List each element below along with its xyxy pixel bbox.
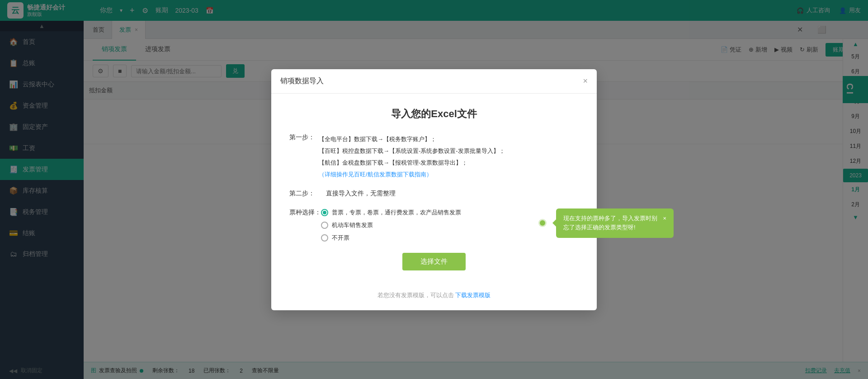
tooltip-close-icon[interactable]: × bbox=[663, 214, 666, 223]
step2-row: 第二步： 直接导入文件，无需整理 bbox=[289, 190, 579, 198]
modal-title: 销项数据导入 bbox=[280, 76, 324, 86]
tooltip-bubble: × 现在支持的票种多了，导入发票时别忘了选择正确的发票类型呀! bbox=[556, 208, 674, 238]
radio-motor-circle bbox=[321, 222, 328, 229]
modal-heading: 导入您的Excel文件 bbox=[289, 107, 579, 121]
select-file-button[interactable]: 选择文件 bbox=[402, 253, 466, 270]
ticket-selection: 票种选择： 普票，专票，卷票，通行费发票，农产品销售发票 机动车销售发票 bbox=[289, 208, 579, 242]
radio-no-invoice[interactable]: 不开票 bbox=[321, 234, 461, 242]
step1-link[interactable]: （详细操作见百旺/航信发票数据下载指南） bbox=[319, 169, 505, 180]
radio-motor[interactable]: 机动车销售发票 bbox=[321, 221, 461, 229]
ticket-label: 票种选择： bbox=[289, 208, 321, 217]
step2-label: 第二步： bbox=[289, 190, 319, 198]
step1-label: 第一步： bbox=[289, 133, 319, 142]
modal-overlay: 销项数据导入 × 导入您的Excel文件 第一步： 【全电平台】数据下载→【税务… bbox=[0, 0, 868, 379]
step1-line-3: 【航信】金税盘数据下载→【报税管理-发票数据导出】； bbox=[319, 157, 505, 169]
radio-group: 普票，专票，卷票，通行费发票，农产品销售发票 机动车销售发票 不开票 × bbox=[321, 208, 461, 242]
step1-line-1: 【全电平台】数据下载→【税务数字账户】； bbox=[319, 133, 505, 145]
step1-content: 【全电平台】数据下载→【税务数字账户】； 【百旺】税控盘数据下载→【系统设置-系… bbox=[319, 133, 505, 180]
download-template-link[interactable]: 下载发票模版 bbox=[455, 292, 491, 298]
step1-line-2: 【百旺】税控盘数据下载→【系统设置-系统参数设置-发票批量导入】； bbox=[319, 145, 505, 157]
ticket-row: 票种选择： 普票，专票，卷票，通行费发票，农产品销售发票 机动车销售发票 bbox=[289, 208, 579, 242]
modal-close-button[interactable]: × bbox=[583, 76, 588, 86]
modal-header: 销项数据导入 × bbox=[271, 69, 597, 94]
radio-normal[interactable]: 普票，专票，卷票，通行费发票，农产品销售发票 bbox=[321, 208, 461, 217]
modal-footer: 若您没有发票模版，可以点击 下载发票模版 bbox=[271, 284, 597, 310]
modal-body: 导入您的Excel文件 第一步： 【全电平台】数据下载→【税务数字账户】； 【百… bbox=[271, 94, 597, 284]
import-modal: 销项数据导入 × 导入您的Excel文件 第一步： 【全电平台】数据下载→【税务… bbox=[271, 69, 597, 310]
step2-text: 直接导入文件，无需整理 bbox=[326, 190, 396, 198]
tooltip-dot bbox=[540, 220, 545, 226]
step1-row: 第一步： 【全电平台】数据下载→【税务数字账户】； 【百旺】税控盘数据下载→【系… bbox=[289, 133, 579, 180]
radio-normal-circle bbox=[321, 209, 328, 216]
radio-no-invoice-circle bbox=[321, 234, 328, 242]
